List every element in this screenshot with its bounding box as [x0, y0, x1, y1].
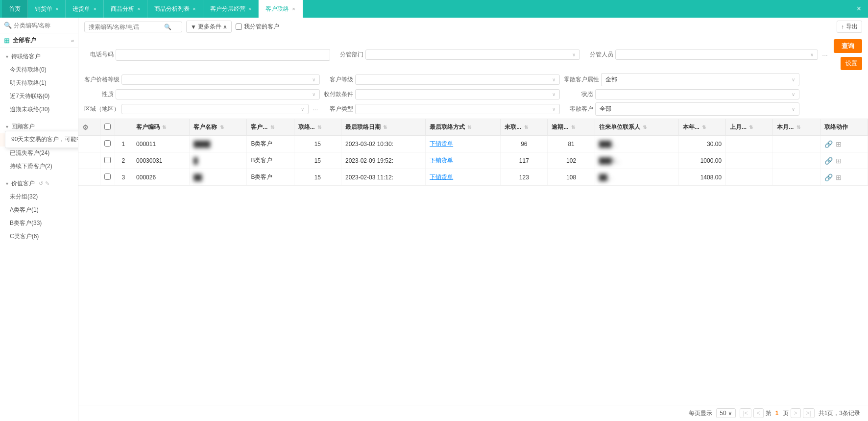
tab-product-analysis[interactable]: 商品分析 ×: [104, 0, 147, 18]
tab-product-analysis-list-close[interactable]: ×: [193, 6, 195, 12]
sidebar-collapse-icon[interactable]: «: [71, 38, 74, 44]
value-refresh-icon[interactable]: ↺: [39, 180, 43, 187]
td-checkbox-1[interactable]: [100, 152, 115, 169]
phone-input[interactable]: [116, 49, 330, 61]
dept-select[interactable]: ∨: [365, 50, 580, 60]
td-checkbox-2[interactable]: [100, 169, 115, 186]
my-customers-checkbox-wrap[interactable]: 我分管的客户: [236, 23, 279, 31]
table-body: 1 000011 ████ B类客户 15 2023-03-02 10:30: …: [78, 136, 868, 186]
more-filter-button[interactable]: ▼ 更多条件 ∧: [186, 21, 232, 33]
my-customers-checkbox[interactable]: [236, 24, 242, 30]
action-link-icon-0[interactable]: 🔗: [824, 140, 833, 148]
tab-home[interactable]: 首页: [2, 0, 28, 18]
tab-purchase[interactable]: 进货单 ×: [66, 0, 103, 18]
export-icon: ↑: [841, 24, 844, 30]
tab-customer-tier-close[interactable]: ×: [248, 6, 251, 12]
export-button[interactable]: ↑ 导出: [837, 21, 862, 33]
sidebar-item-tomorrow[interactable]: 明天待联络(1): [0, 76, 78, 90]
filter-field-region: 区域（地区） ∨ ···: [84, 104, 320, 114]
th-last-contact-date[interactable]: 最后联络日期 ⇅: [341, 119, 425, 136]
th-overdue[interactable]: 逾期... ⇅: [548, 119, 595, 136]
sidebar-section-value-title[interactable]: ▼ 价值客户 ↺ ✎: [0, 177, 78, 190]
sidebar-item-today[interactable]: 今天待联络(0): [0, 63, 78, 76]
th-partner-contact[interactable]: 往来单位联系人 ⇅: [595, 119, 678, 136]
action-link-icon-1[interactable]: 🔗: [824, 157, 833, 165]
table-footer: 每页显示 50 ∨ |< < 第 1 页 > >| 共1页，3条记录: [78, 405, 868, 421]
sidebar-item-churned[interactable]: 已流失客户(24): [0, 147, 78, 160]
sidebar-item-class-c[interactable]: C类客户(6): [0, 230, 78, 243]
status-select[interactable]: ∨: [595, 89, 799, 99]
td-last-contact-method-2[interactable]: 下销货单: [426, 169, 501, 186]
last-page-btn[interactable]: >|: [803, 408, 815, 418]
td-checkbox-0[interactable]: [100, 136, 115, 152]
row-checkbox-2[interactable]: [104, 173, 111, 180]
tab-product-analysis-list[interactable]: 商品分析列表 ×: [147, 0, 203, 18]
td-last-contact-method-1[interactable]: 下销货单: [426, 152, 501, 169]
tab-product-analysis-close[interactable]: ×: [137, 6, 140, 12]
sidebar-section-pending-title[interactable]: ▼ 待联络客户: [0, 50, 78, 63]
prev-page-btn[interactable]: <: [753, 408, 764, 418]
zero-customer-select[interactable]: 全部 ∨: [595, 102, 799, 116]
th-code[interactable]: 客户编码 ⇅: [132, 119, 190, 136]
th-no-contact[interactable]: 未联... ⇅: [501, 119, 548, 136]
tab-purchase-close[interactable]: ×: [93, 6, 96, 12]
td-last-contact-method-0[interactable]: 下销货单: [426, 136, 501, 152]
th-category[interactable]: 客户... ⇅: [247, 119, 294, 136]
th-this-month[interactable]: 本月... ⇅: [773, 119, 820, 136]
zero-customer-label: 零散客户: [564, 105, 593, 113]
th-settings[interactable]: ⚙: [78, 119, 100, 136]
action-grid-icon-2[interactable]: ⊞: [836, 173, 842, 181]
region-select[interactable]: ∨: [121, 104, 309, 114]
search-input[interactable]: [89, 24, 162, 30]
tab-sales[interactable]: 销货单 ×: [28, 0, 66, 18]
person-select[interactable]: ∨: [615, 50, 818, 60]
tab-product-analysis-list-label: 商品分析列表: [154, 5, 190, 13]
sidebar-search-input[interactable]: [14, 22, 78, 29]
th-contact[interactable]: 联络... ⇅: [294, 119, 341, 136]
customer-tier-label: 客户等级: [324, 75, 353, 84]
sidebar-all-customers[interactable]: ⊞ 全部客户 «: [0, 33, 78, 48]
td-overdue-2: 108: [548, 169, 595, 186]
th-name[interactable]: 客户名称 ⇅: [190, 119, 247, 136]
action-grid-icon-1[interactable]: ⊞: [836, 157, 842, 165]
first-page-btn[interactable]: |<: [740, 408, 751, 418]
zero-property-label: 零散客户属性: [564, 75, 599, 84]
settings-button[interactable]: 设置: [841, 57, 862, 70]
sidebar-item-week[interactable]: 近7天待联络(0): [0, 90, 78, 103]
payment-select[interactable]: ∨: [355, 89, 559, 99]
customer-tier-select[interactable]: ∨: [355, 74, 559, 85]
sidebar-item-class-a[interactable]: A类客户(1): [0, 203, 78, 217]
sidebar-item-class-b[interactable]: B类客户(33): [0, 217, 78, 230]
region-more-btn[interactable]: ···: [311, 105, 320, 113]
row-checkbox-0[interactable]: [104, 140, 111, 147]
td-partner-contact-2: ██...: [595, 169, 678, 186]
tab-customer-contact-close[interactable]: ×: [292, 6, 295, 12]
nature-select[interactable]: ∨: [116, 89, 320, 99]
query-button[interactable]: 查询: [834, 39, 862, 53]
page-size-select[interactable]: 50 ∨: [716, 408, 735, 418]
th-this-year[interactable]: 本年... ⇅: [678, 119, 725, 136]
sidebar-item-downtrend[interactable]: 持续下滑客户(2): [0, 160, 78, 173]
customer-type-select[interactable]: ∨: [355, 104, 559, 114]
th-last-month[interactable]: 上月... ⇅: [726, 119, 773, 136]
price-tier-select[interactable]: ∨: [121, 74, 320, 85]
window-close-button[interactable]: ×: [850, 0, 868, 18]
action-grid-icon-0[interactable]: ⊞: [836, 140, 842, 148]
data-table: ⚙ 客户编码 ⇅ 客户名称 ⇅: [78, 119, 868, 186]
zero-property-select[interactable]: 全部 ∨: [601, 73, 799, 86]
tab-customer-tier[interactable]: 客户分层经营 ×: [203, 0, 259, 18]
value-edit-icon[interactable]: ✎: [45, 180, 49, 187]
select-all-checkbox[interactable]: [104, 124, 111, 130]
sidebar-section-lost-title[interactable]: ▼ 回顾客户 90天未交易的客户，可能有流失风险。: [0, 120, 78, 133]
sidebar-item-unclassified[interactable]: 未分组(32): [0, 190, 78, 203]
lm-sort-icon: ⇅: [749, 124, 753, 130]
person-more-btn[interactable]: ···: [820, 51, 830, 59]
tab-customer-contact[interactable]: 客户联络 ×: [259, 0, 302, 18]
row-checkbox-1[interactable]: [104, 157, 111, 163]
th-last-contact-method[interactable]: 最后联络方式 ⇅: [426, 119, 501, 136]
next-page-btn[interactable]: >: [791, 408, 801, 418]
sidebar-item-overdue-contact[interactable]: 逾期未联络(30): [0, 103, 78, 116]
action-link-icon-2[interactable]: 🔗: [824, 173, 833, 181]
page-unit: 页: [783, 409, 789, 418]
tab-sales-close[interactable]: ×: [55, 6, 58, 12]
